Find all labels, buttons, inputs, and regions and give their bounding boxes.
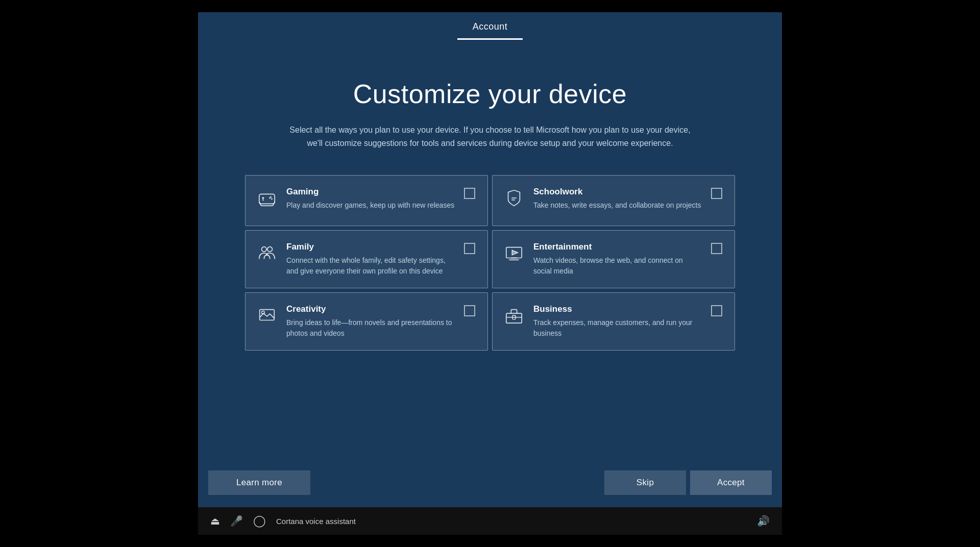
svg-point-13 bbox=[267, 247, 273, 252]
top-navigation: Account bbox=[198, 12, 782, 40]
learn-more-button[interactable]: Learn more bbox=[208, 470, 310, 495]
family-desc: Connect with the whole family, edit safe… bbox=[286, 255, 456, 277]
option-family[interactable]: Family Connect with the whole family, ed… bbox=[245, 230, 488, 288]
family-checkbox[interactable] bbox=[464, 243, 475, 254]
bottom-bar: Learn more Skip Accept bbox=[198, 470, 782, 507]
options-grid: Gaming Play and discover games, keep up … bbox=[245, 175, 735, 351]
svg-rect-20 bbox=[506, 313, 522, 323]
svg-point-6 bbox=[270, 196, 272, 198]
creativity-desc: Bring ideas to life—from novels and pres… bbox=[286, 317, 456, 339]
family-text: Family Connect with the whole family, ed… bbox=[286, 242, 456, 277]
microphone-icon[interactable]: 🎤 bbox=[230, 515, 243, 527]
cortana-circle-icon[interactable]: ◯ bbox=[253, 514, 266, 528]
taskbar: ⏏ 🎤 ◯ Cortana voice assistant 🔊 bbox=[198, 507, 782, 535]
gaming-checkbox[interactable] bbox=[464, 188, 475, 199]
business-checkbox[interactable] bbox=[711, 305, 722, 316]
entertainment-text: Entertainment Watch videos, browse the w… bbox=[533, 242, 703, 277]
schoolwork-icon bbox=[503, 187, 525, 209]
main-window: Account Customize your device Select all… bbox=[198, 12, 782, 507]
gaming-text: Gaming Play and discover games, keep up … bbox=[286, 187, 456, 211]
taskbar-left: ⏏ 🎤 ◯ Cortana voice assistant bbox=[210, 514, 356, 528]
entertainment-icon bbox=[503, 242, 525, 264]
business-title: Business bbox=[533, 304, 703, 314]
gaming-desc: Play and discover games, keep up with ne… bbox=[286, 200, 456, 211]
business-text: Business Track expenses, manage customer… bbox=[533, 304, 703, 339]
option-creativity[interactable]: Creativity Bring ideas to life—from nove… bbox=[245, 292, 488, 351]
gaming-title: Gaming bbox=[286, 187, 456, 197]
option-gaming[interactable]: Gaming Play and discover games, keep up … bbox=[245, 175, 488, 226]
business-icon bbox=[503, 304, 525, 327]
taskbar-right: 🔊 bbox=[757, 515, 770, 527]
volume-icon[interactable]: 🔊 bbox=[757, 515, 770, 527]
action-buttons: Skip Accept bbox=[604, 470, 772, 495]
gaming-icon bbox=[256, 187, 278, 209]
family-title: Family bbox=[286, 242, 456, 252]
cortana-label: Cortana voice assistant bbox=[276, 517, 356, 526]
entertainment-title: Entertainment bbox=[533, 242, 703, 252]
schoolwork-desc: Take notes, write essays, and collaborat… bbox=[533, 200, 703, 211]
business-desc: Track expenses, manage customers, and ru… bbox=[533, 317, 703, 339]
svg-point-12 bbox=[262, 247, 267, 252]
creativity-text: Creativity Bring ideas to life—from nove… bbox=[286, 304, 456, 339]
main-content: Customize your device Select all the way… bbox=[198, 38, 782, 470]
skip-button[interactable]: Skip bbox=[604, 470, 686, 495]
page-title: Customize your device bbox=[353, 79, 627, 109]
svg-marker-17 bbox=[512, 250, 518, 255]
entertainment-desc: Watch videos, browse the web, and connec… bbox=[533, 255, 703, 277]
svg-point-5 bbox=[271, 198, 273, 200]
schoolwork-text: Schoolwork Take notes, write essays, and… bbox=[533, 187, 703, 211]
entertainment-checkbox[interactable] bbox=[711, 243, 722, 254]
option-entertainment[interactable]: Entertainment Watch videos, browse the w… bbox=[492, 230, 735, 288]
back-icon[interactable]: ⏏ bbox=[210, 515, 220, 527]
option-business[interactable]: Business Track expenses, manage customer… bbox=[492, 292, 735, 351]
family-icon bbox=[256, 242, 278, 264]
schoolwork-checkbox[interactable] bbox=[711, 188, 722, 199]
creativity-title: Creativity bbox=[286, 304, 456, 314]
creativity-checkbox[interactable] bbox=[464, 305, 475, 316]
option-schoolwork[interactable]: Schoolwork Take notes, write essays, and… bbox=[492, 175, 735, 226]
accept-button[interactable]: Accept bbox=[690, 470, 772, 495]
account-tab[interactable]: Account bbox=[457, 12, 523, 40]
creativity-icon bbox=[256, 304, 278, 327]
page-subtitle: Select all the ways you plan to use your… bbox=[281, 123, 699, 150]
schoolwork-title: Schoolwork bbox=[533, 187, 703, 197]
